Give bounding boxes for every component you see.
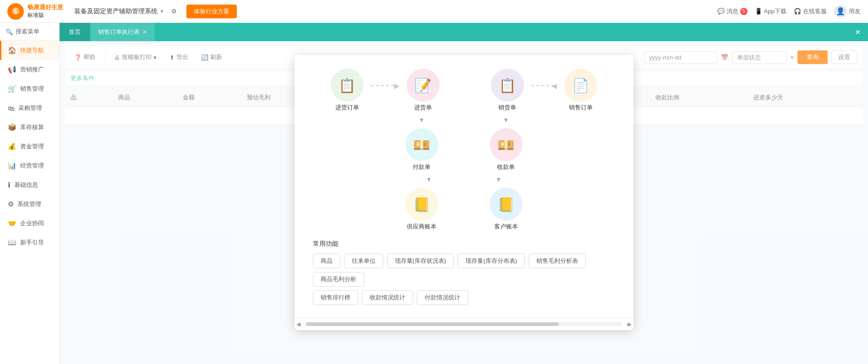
func-buttons-row2: 销售排行榜 收款情况统计 付款情况统计 <box>313 290 615 305</box>
finance-icon: 💰 <box>8 142 16 151</box>
flow-bottom-row: 📒 供应商账本 📒 客户账本 <box>313 188 615 231</box>
tab-home[interactable]: 首页 <box>60 23 90 41</box>
tab-bar-close-button[interactable]: ✕ <box>847 28 868 37</box>
func-btn-product[interactable]: 商品 <box>313 254 340 268</box>
sidebar: 🔍 搜索菜单 🏠 快捷导航 📢 营销推广 🛒 销售管理 🛍 采购管理 📦 <box>0 23 60 364</box>
scroll-left-icon[interactable]: ◀ <box>295 321 302 327</box>
purchase-icon: 🛍 <box>8 104 15 112</box>
func-btn-stock-dist[interactable]: 现存量(库存分布表) <box>458 254 525 268</box>
tab-close-icon[interactable]: ✕ <box>142 29 147 35</box>
trial-button[interactable]: 体验行业方案 <box>186 5 237 18</box>
scroll-right-icon[interactable]: ▶ <box>626 321 633 327</box>
sidebar-item-inventory[interactable]: 📦 库存核算 <box>0 118 59 137</box>
page-content: ❓ 帮助 🖨 按模板打印 ▾ ⬆ 导出 🔄 刷新 <box>60 41 868 364</box>
customer-ledger-circle: 📒 <box>490 188 523 221</box>
system-title: 装备及固定资产辅助管理系统 <box>74 7 158 16</box>
scroll-track[interactable] <box>306 322 622 326</box>
sidebar-item-system[interactable]: ⚙ 系统管理 <box>0 195 59 214</box>
func-btn-stock-status[interactable]: 现存量(库存状况表) <box>387 254 454 268</box>
arrow-h1: ▶ <box>371 81 399 90</box>
flow-node-payment[interactable]: 💴 付款单 <box>405 128 438 171</box>
func-btn-sales-margin[interactable]: 销售毛利分析表 <box>529 254 586 268</box>
home-icon: 🏠 <box>8 46 16 54</box>
newbie-icon: 📖 <box>8 239 16 247</box>
system-dropdown-icon[interactable]: ▾ <box>160 8 164 15</box>
sidebar-item-newbie[interactable]: 📖 新手引导 <box>0 233 59 252</box>
flow-section: 📋 进货订单 ▶ <box>313 69 615 231</box>
purchase-order-label: 进货订单 <box>335 103 359 112</box>
flow-mid-row: 💴 付款单 💴 收款单 <box>313 128 615 171</box>
sidebar-item-corp[interactable]: 🤝 企业协同 <box>0 214 59 233</box>
func-btn-receipt-stats[interactable]: 收款情况统计 <box>362 290 413 305</box>
customer-ledger-label: 客户账本 <box>494 223 518 231</box>
system-icon: ⚙ <box>8 200 14 208</box>
top-right-area: 💬 消息 5 📱 App下载 🎧 在线客服 👤 用友 <box>717 5 861 18</box>
func-btn-payment-stats[interactable]: 付款情况统计 <box>417 290 468 305</box>
sidebar-item-purchase[interactable]: 🛍 采购管理 <box>0 98 59 118</box>
receipt-circle: 💴 <box>490 128 523 161</box>
sidebar-search[interactable]: 🔍 搜索菜单 <box>0 23 59 41</box>
avatar: 👤 <box>834 5 847 18</box>
main-area: 🔍 搜索菜单 🏠 快捷导航 📢 营销推广 🛒 销售管理 🛍 采购管理 📦 <box>0 23 868 364</box>
app-download-button[interactable]: 📱 App下载 <box>755 7 786 16</box>
flow-node-purchase-order[interactable]: 📋 进货订单 <box>331 69 364 112</box>
payment-circle: 💴 <box>405 128 438 161</box>
flow-top-row: 📋 进货订单 ▶ <box>313 69 615 112</box>
flow-node-sales-bill[interactable]: 📋 销货单 <box>491 69 524 112</box>
arrow-down-payment: ▼ <box>405 116 438 124</box>
sales-order-circle: 📄 <box>564 69 597 102</box>
quick-nav-modal: 📋 进货订单 ▶ <box>295 55 633 330</box>
flow-node-supplier-ledger[interactable]: 📒 供应商账本 <box>405 188 438 231</box>
top-bar: ⑥ 畅康通好生意 标准版 装备及固定资产辅助管理系统 ▾ ⚙ 体验行业方案 💬 … <box>0 0 868 23</box>
message-badge: 5 <box>740 8 748 15</box>
content-area: 首页 销售订单执行表 ✕ ✕ ❓ 帮助 🖨 <box>60 23 868 364</box>
system-title-area: 装备及固定资产辅助管理系统 ▾ ⚙ 体验行业方案 <box>74 5 717 18</box>
flow-node-sales-order[interactable]: 📄 销售订单 <box>564 69 597 112</box>
sales-bill-circle: 📋 <box>491 69 524 102</box>
func-btn-sales-rank[interactable]: 销售排行榜 <box>313 290 358 305</box>
modal-body: 📋 进货订单 ▶ <box>295 55 633 318</box>
settings-button[interactable]: ⚙ <box>167 5 181 18</box>
operation-icon: 📊 <box>8 162 16 170</box>
sidebar-item-operation[interactable]: 📊 经营管理 <box>0 156 59 175</box>
common-funcs-title: 常用功能 <box>313 240 615 248</box>
user-menu[interactable]: 👤 用友 <box>834 5 861 18</box>
online-service-button[interactable]: 🎧 在线客服 <box>794 7 827 16</box>
logo-icon: ⑥ <box>7 3 24 20</box>
corp-icon: 🤝 <box>8 219 16 228</box>
sidebar-item-finance[interactable]: 💰 资金管理 <box>0 137 59 156</box>
inventory-icon: 📦 <box>8 123 16 131</box>
sidebar-item-sales[interactable]: 🛒 销售管理 <box>0 79 59 98</box>
arrow-h2: ▶ <box>531 81 557 90</box>
message-button[interactable]: 💬 消息 5 <box>717 7 748 16</box>
receipt-label: 收款单 <box>497 163 515 171</box>
purchase-order-circle: 📋 <box>331 69 364 102</box>
tab-bar: 首页 销售订单执行表 ✕ ✕ <box>60 23 868 41</box>
arrow-down-customer: ▼ <box>482 176 515 183</box>
modal-scrollbar: ◀ ▶ <box>295 318 633 330</box>
flow-arrows-row2: ▼ ▼ <box>313 176 615 183</box>
func-btn-contacts[interactable]: 往来单位 <box>344 254 383 268</box>
func-btn-product-margin[interactable]: 商品毛利分析 <box>313 272 364 287</box>
payment-label: 付款单 <box>413 163 431 171</box>
common-funcs: 常用功能 商品 往来单位 现存量(库存状况表) 现存量(库存分布表) 销售毛利分… <box>313 240 615 305</box>
marketing-icon: 📢 <box>8 65 16 74</box>
sidebar-item-quick-nav[interactable]: 🏠 快捷导航 <box>0 41 59 60</box>
sidebar-item-marketing[interactable]: 📢 营销推广 <box>0 60 59 79</box>
purchase-bill-circle: 📝 <box>407 69 440 102</box>
func-buttons-row1: 商品 往来单位 现存量(库存状况表) 现存量(库存分布表) 销售毛利分析表 商品… <box>313 254 615 287</box>
sales-bill-label: 销货单 <box>498 103 516 112</box>
purchase-bill-label: 进货单 <box>414 103 432 112</box>
supplier-ledger-label: 供应商账本 <box>407 223 437 231</box>
modal-overlay: 📋 进货订单 ▶ <box>60 41 868 364</box>
flow-node-customer-ledger[interactable]: 📒 客户账本 <box>490 188 523 231</box>
flow-node-purchase-bill[interactable]: 📝 进货单 <box>407 69 440 112</box>
tab-sales-order-execution[interactable]: 销售订单执行表 ✕ <box>91 23 154 41</box>
logo-text: 畅康通好生意 标准版 <box>27 3 63 19</box>
scroll-thumb <box>306 322 559 326</box>
message-icon: 💬 <box>717 8 725 15</box>
app-container: ⑥ 畅康通好生意 标准版 装备及固定资产辅助管理系统 ▾ ⚙ 体验行业方案 💬 … <box>0 0 868 364</box>
arrow-down-receipt: ▼ <box>490 116 523 124</box>
flow-node-receipt[interactable]: 💴 收款单 <box>490 128 523 171</box>
sidebar-item-base[interactable]: ℹ 基础信息 <box>0 175 59 195</box>
